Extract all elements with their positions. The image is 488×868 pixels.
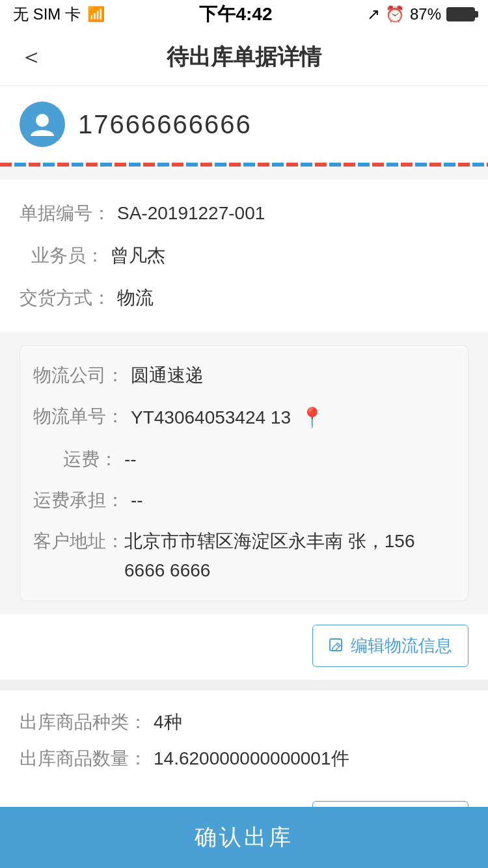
- logistics-company-value: 圆通速递: [131, 361, 455, 390]
- edit-btn-label: 编辑物流信息: [351, 634, 452, 657]
- confirm-button-area[interactable]: 确认出库: [0, 807, 488, 868]
- document-info-section: 单据编号： SA-20191227-001 业务员： 曾凡杰 交货方式： 物流: [0, 180, 488, 332]
- logistics-address-row: 客户地址： 北京市市辖区海淀区永丰南 张，156 6666 6666: [33, 527, 455, 586]
- logistics-company-label: 物流公司：: [33, 361, 124, 390]
- document-number-value: SA-20191227-001: [117, 199, 468, 228]
- tracking-number: YT43064053424 13: [131, 403, 291, 433]
- logistics-tracking-value: YT43064053424 13 📍: [131, 402, 455, 433]
- logistics-freight-label: 运费：: [33, 445, 118, 474]
- edit-icon: [329, 638, 346, 655]
- edit-logistics-button[interactable]: 编辑物流信息: [312, 625, 468, 667]
- goods-types-row: 出库商品种类： 4种: [20, 710, 468, 735]
- wifi-icon: 📶: [87, 6, 105, 23]
- document-number-row: 单据编号： SA-20191227-001: [20, 199, 468, 228]
- logistics-freight-bearer-row: 运费承担： --: [33, 486, 455, 515]
- user-phone: 17666666666: [78, 110, 252, 139]
- back-button[interactable]: ＜: [13, 34, 49, 79]
- status-bar: 无 SIM 卡 📶 下午4:42 ↗ ⏰ 87%: [0, 0, 488, 29]
- battery-icon: [446, 7, 475, 21]
- logistics-address-label: 客户地址：: [33, 527, 124, 556]
- location-pin-icon[interactable]: 📍: [300, 402, 324, 433]
- goods-quantity-row: 出库商品数量： 14.620000000000001件: [20, 746, 468, 771]
- carrier-text: 无 SIM 卡: [13, 4, 81, 25]
- logistics-tracking-row: 物流单号： YT43064053424 13 📍: [33, 402, 455, 433]
- page-title: 待出库单据详情: [167, 42, 321, 72]
- confirm-btn-label: 确认出库: [195, 824, 293, 849]
- logistics-freight-value: --: [124, 445, 455, 474]
- section-divider: [0, 680, 488, 690]
- nav-bar: ＜ 待出库单据详情: [0, 29, 488, 86]
- edit-btn-row: 编辑物流信息: [0, 614, 488, 680]
- status-time: 下午4:42: [199, 2, 272, 27]
- logistics-freight-bearer-value: --: [131, 486, 455, 515]
- delivery-row: 交货方式： 物流: [20, 284, 468, 313]
- logistics-address-value: 北京市市辖区海淀区永丰南 张，156 6666 6666: [124, 527, 455, 586]
- goods-quantity-value: 14.620000000000001件: [154, 746, 349, 771]
- location-icon: ↗: [367, 5, 380, 23]
- logistics-freight-row: 运费： --: [33, 445, 455, 474]
- status-right: ↗ ⏰ 87%: [367, 5, 475, 23]
- salesperson-label: 业务员：: [20, 241, 104, 271]
- logistics-card: 物流公司： 圆通速递 物流单号： YT43064053424 13 📍 运费： …: [20, 345, 468, 601]
- salesperson-row: 业务员： 曾凡杰: [20, 241, 468, 271]
- status-carrier: 无 SIM 卡 📶: [13, 4, 105, 25]
- avatar-icon: [28, 110, 57, 139]
- document-number-label: 单据编号：: [20, 199, 111, 228]
- goods-types-value: 4种: [154, 710, 182, 735]
- user-avatar: [20, 102, 65, 147]
- delivery-label: 交货方式：: [20, 284, 111, 313]
- delivery-value: 物流: [117, 284, 468, 313]
- user-section: 17666666666: [0, 86, 488, 163]
- logistics-freight-bearer-label: 运费承担：: [33, 486, 124, 515]
- logistics-company-row: 物流公司： 圆通速递: [33, 361, 455, 390]
- logistics-tracking-label: 物流单号：: [33, 402, 124, 431]
- salesperson-value: 曾凡杰: [111, 241, 468, 271]
- goods-quantity-label: 出库商品数量：: [20, 746, 147, 771]
- alarm-icon: ⏰: [385, 5, 405, 23]
- battery-text: 87%: [410, 5, 441, 23]
- svg-point-0: [36, 114, 49, 127]
- goods-section: 出库商品种类： 4种 出库商品数量： 14.620000000000001件: [0, 690, 488, 791]
- svg-line-2: [336, 644, 339, 647]
- goods-types-label: 出库商品种类：: [20, 710, 147, 735]
- decorative-line: [0, 163, 488, 167]
